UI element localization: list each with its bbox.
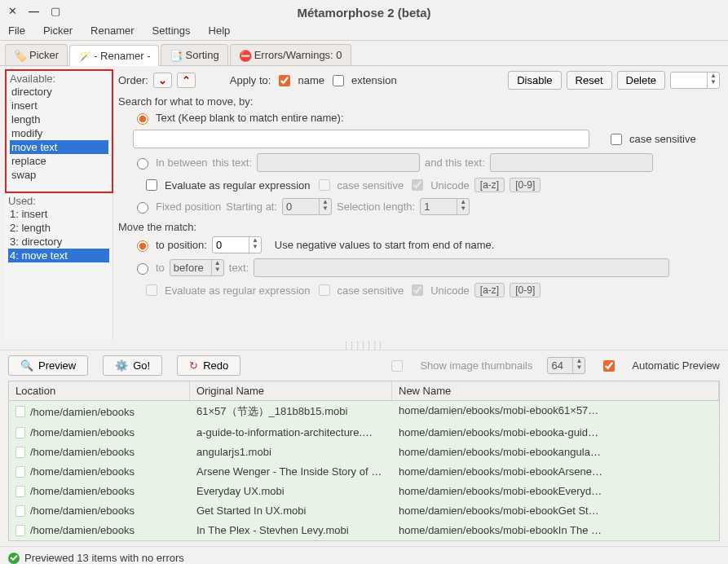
maximize-icon[interactable]: ▢ [51, 5, 60, 17]
file-icon [15, 427, 25, 438]
regex-checkbox[interactable] [146, 179, 157, 191]
menubar: File Picker Renamer Settings Help [0, 20, 728, 41]
regex-unicode-checkbox [412, 179, 423, 191]
file-icon [15, 486, 25, 497]
preview-icon: 🔍 [20, 359, 33, 372]
used-item[interactable]: 1: insert [8, 207, 109, 221]
sort-icon: 📑 [170, 50, 181, 61]
apply-to-label: Apply to: [230, 74, 271, 86]
move-position-spinner[interactable]: ▲▼ [212, 236, 262, 253]
auto-preview-checkbox[interactable] [603, 360, 615, 372]
file-icon [15, 525, 25, 536]
chip-az[interactable]: [a-z] [474, 178, 505, 192]
tag-icon: 🏷️ [14, 50, 25, 61]
tab-picker[interactable]: 🏷️ Picker [5, 44, 68, 65]
move-text-input [254, 258, 669, 277]
menu-file[interactable]: File [8, 24, 25, 37]
redo-button[interactable]: ↻ Redo [177, 355, 240, 376]
search-case-checkbox[interactable] [611, 134, 622, 145]
move-title: Move the match: [118, 221, 720, 233]
reset-button[interactable]: Reset [567, 71, 612, 90]
available-item[interactable]: move text [10, 140, 108, 154]
apply-extension-checkbox[interactable] [333, 75, 344, 86]
tab-sorting[interactable]: 📑 Sorting [161, 44, 227, 65]
tab-errors[interactable]: ⛔ Errors/Warnings: 0 [230, 44, 351, 65]
search-between-radio[interactable] [137, 158, 148, 170]
menu-settings[interactable]: Settings [152, 24, 191, 37]
used-item[interactable]: 2: length [8, 221, 109, 235]
file-icon [15, 406, 25, 417]
col-location[interactable]: Location [9, 381, 190, 400]
move-position-radio[interactable] [137, 240, 148, 252]
move-regex-checkbox [146, 284, 157, 296]
search-fixed-radio[interactable] [137, 202, 148, 214]
used-item[interactable]: 4: move text [8, 249, 109, 262]
regex-case-checkbox [319, 179, 330, 191]
used-list: Used: 1: insert2: length3: directory4: m… [5, 193, 113, 340]
between-text2-input [490, 153, 653, 172]
tab-renamer[interactable]: 🪄 - Renamer - [69, 45, 159, 66]
move-chip-09[interactable]: [0-9] [510, 283, 540, 297]
delete-button[interactable]: Delete [617, 71, 666, 90]
available-item[interactable]: insert [10, 99, 108, 112]
table-row[interactable]: /home/damien/ebooksEveryday UX.mobihome/… [9, 482, 719, 501]
tab-bar: 🏷️ Picker 🪄 - Renamer - 📑 Sorting ⛔ Erro… [0, 41, 728, 66]
redo-icon: ↻ [189, 359, 198, 372]
wizard-icon: 🪄 [78, 51, 90, 62]
available-list: Available: directoryinsertlengthmodifymo… [5, 69, 113, 193]
menu-picker[interactable]: Picker [43, 24, 73, 37]
menu-renamer[interactable]: Renamer [90, 24, 134, 37]
move-chip-az[interactable]: [a-z] [474, 283, 505, 297]
sel-len-spinner: ▲▼ [420, 198, 470, 215]
minimize-icon[interactable]: — [29, 5, 39, 17]
table-row[interactable]: /home/damien/ebooksIn The Plex - Stevhen… [9, 521, 719, 540]
delete-index-spinner[interactable]: ▲▼ [670, 72, 720, 89]
available-item[interactable]: modify [10, 126, 108, 140]
file-icon [15, 466, 25, 478]
table-row[interactable]: /home/damien/ebooksGet Started In UX.mob… [9, 501, 719, 521]
go-button[interactable]: ⚙️ Go! [103, 355, 162, 376]
error-icon: ⛔ [239, 50, 250, 61]
col-newname[interactable]: New Name [392, 381, 719, 400]
results-table: Location Original Name New Name /home/da… [8, 381, 720, 541]
disable-button[interactable]: Disable [508, 71, 561, 90]
ok-icon [8, 553, 20, 564]
col-original[interactable]: Original Name [190, 381, 392, 400]
thumb-size-spinner: ▲▼ [547, 357, 585, 374]
window-title: Métamorphose 2 (beta) [0, 6, 728, 20]
go-icon: ⚙️ [115, 359, 128, 372]
file-icon [15, 505, 25, 517]
move-to-radio[interactable] [137, 263, 148, 275]
table-row[interactable]: /home/damien/ebooksangularjs1.mobihome/d… [9, 443, 719, 462]
thumbs-checkbox [391, 360, 403, 372]
move-case-checkbox [319, 284, 330, 296]
splitter-handle[interactable]: ┆┆┆┆┆┆┆ [8, 341, 720, 346]
used-heading: Used: [8, 195, 109, 207]
table-row[interactable]: /home/damien/ebooksa-guide-to-informatio… [9, 423, 719, 443]
search-title: Search for what to move, by: [118, 95, 720, 108]
available-item[interactable]: replace [10, 154, 108, 168]
move-down-button[interactable]: ⌄ [153, 73, 172, 88]
preview-button[interactable]: 🔍 Preview [8, 355, 88, 376]
available-item[interactable]: swap [10, 168, 108, 182]
between-text1-input [257, 153, 420, 172]
search-text-input[interactable] [133, 130, 589, 148]
available-heading: Available: [10, 73, 108, 85]
status-text: Previewed 13 items with no errors [24, 552, 184, 564]
file-icon [15, 447, 25, 458]
available-item[interactable]: length [10, 112, 108, 126]
menu-help[interactable]: Help [209, 24, 231, 37]
close-icon[interactable]: ✕ [8, 5, 17, 17]
used-item[interactable]: 3: directory [8, 235, 109, 249]
available-item[interactable]: directory [10, 85, 108, 99]
table-row[interactable]: /home/damien/ebooks61×57（节选）_181b8b15.mo… [9, 401, 719, 423]
start-at-spinner: ▲▼ [282, 198, 332, 215]
before-after-select: ▲▼ [170, 259, 224, 276]
search-text-radio[interactable] [137, 113, 148, 125]
table-row[interactable]: /home/damien/ebooksArsene Wenger - The I… [9, 462, 719, 482]
apply-name-checkbox[interactable] [279, 75, 290, 86]
move-unicode-checkbox [412, 284, 423, 296]
chip-09[interactable]: [0-9] [510, 178, 540, 192]
move-up-button[interactable]: ⌃ [177, 73, 196, 88]
order-label: Order: [118, 74, 148, 86]
